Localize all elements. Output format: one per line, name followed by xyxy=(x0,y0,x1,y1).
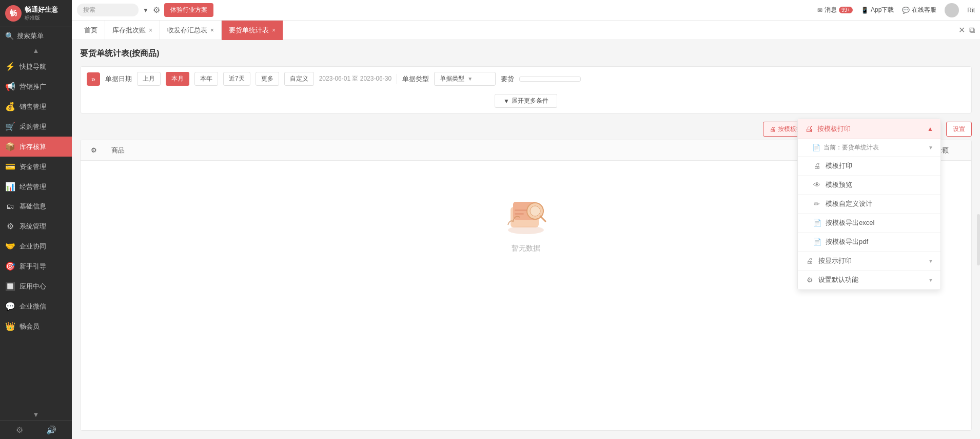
date-more-btn[interactable]: 更多 xyxy=(256,72,279,86)
app-download-btn[interactable]: 📱 App下载 xyxy=(861,6,894,14)
app-logo: 畅 畅通好生意 标准版 xyxy=(0,0,72,27)
dropdown-display-print[interactable]: 🖨 按显示打印 ▼ xyxy=(798,252,940,271)
filter-expand-btn[interactable]: » xyxy=(87,72,100,86)
app-download-icon: 📱 xyxy=(861,7,869,14)
page-content: 要货单统计表(按商品) » 单据日期 上月 本月 本年 近7天 更多 自定义 2… xyxy=(72,40,980,439)
type-filter-select[interactable]: 单据类型 ▼ xyxy=(434,72,496,86)
date-range: 2023-06-01 至 2023-06-30 xyxy=(319,74,391,83)
date-this-month-btn[interactable]: 本月 xyxy=(166,72,189,86)
sidebar-item-finance[interactable]: 💳 资金管理 xyxy=(0,157,72,177)
settings-btn[interactable]: 设置 xyxy=(946,122,972,137)
expand-more-btn[interactable]: ▼ 展开更多条件 xyxy=(495,94,557,108)
dropdown-header[interactable]: 🖨 按模板打印 ▲ xyxy=(798,119,940,139)
dropdown-template-print[interactable]: 🖨 模板打印 xyxy=(798,157,940,176)
current-template-left: 📄 当前：要货单统计表 xyxy=(812,143,879,152)
set-default-icon: ⚙ xyxy=(805,276,814,284)
maximize-window-btn[interactable]: ⧉ xyxy=(969,26,975,35)
goods-filter-input[interactable] xyxy=(519,77,581,82)
inventory-icon: 📦 xyxy=(5,142,15,151)
sidebar-item-operations[interactable]: 📊 经营管理 xyxy=(0,177,72,197)
expand-more-icon: ▼ xyxy=(503,98,509,105)
sidebar-search[interactable]: 🔍 搜索菜单 xyxy=(0,27,72,45)
dropdown-template-excel[interactable]: 📄 按模板导出excel xyxy=(798,214,940,233)
svg-rect-6 xyxy=(515,209,527,211)
main-area: 搜索 ▼ ⚙ 体验行业方案 ✉ 消息 99+ 📱 App下载 💬 在线客服 Ri… xyxy=(72,0,980,439)
online-service-btn[interactable]: 💬 在线客服 xyxy=(902,6,936,14)
template-design-icon: ✏ xyxy=(812,200,821,208)
sidebar-item-purchase[interactable]: 🛒 采购管理 xyxy=(0,117,72,137)
sidebar-settings-btn[interactable]: ⚙ xyxy=(16,425,23,435)
tab-receipt-summary[interactable]: 收发存汇总表 × xyxy=(160,21,222,40)
sidebar-item-base[interactable]: 🗂 基础信息 xyxy=(0,197,72,216)
finance-icon: 💳 xyxy=(5,162,15,171)
dropdown-template-preview[interactable]: 👁 模板预览 xyxy=(798,176,940,195)
svg-rect-7 xyxy=(515,213,524,215)
sidebar-item-sales[interactable]: 💰 销售管理 xyxy=(0,97,72,117)
messages-btn[interactable]: ✉ 消息 99+ xyxy=(817,6,853,14)
display-print-icon: 🖨 xyxy=(805,257,814,265)
template-pdf-icon: 📄 xyxy=(812,238,821,246)
operations-icon: 📊 xyxy=(5,182,15,192)
date-this-year-btn[interactable]: 本年 xyxy=(194,72,218,86)
empty-illustration xyxy=(500,192,552,238)
date-prev-month-btn[interactable]: 上月 xyxy=(137,72,161,86)
display-print-arrow: ▼ xyxy=(928,258,933,264)
sidebar-item-member[interactable]: 👑 畅会员 xyxy=(0,316,72,336)
dropdown-set-default[interactable]: ⚙ 设置默认功能 ▼ xyxy=(798,271,940,290)
sidebar-sound-btn[interactable]: 🔊 xyxy=(46,425,56,435)
date-custom-btn[interactable]: 自定义 xyxy=(284,72,314,86)
scroll-down-btn[interactable]: ▼ xyxy=(0,409,72,421)
sidebar-nav: ⚡ 快捷导航 📢 营销推广 💰 销售管理 🛒 采购管理 📦 库存核算 💳 资金管… xyxy=(0,56,72,409)
print-icon: 🖨 xyxy=(770,126,776,133)
current-template-item[interactable]: 📄 当前：要货单统计表 ▼ xyxy=(798,139,940,157)
type-filter-label: 单据类型 xyxy=(402,74,429,84)
template-preview-icon: 👁 xyxy=(812,181,821,189)
type-filter-arrow: ▼ xyxy=(467,76,473,82)
sidebar-item-inventory[interactable]: 📦 库存核算 xyxy=(0,137,72,157)
tabbar: 首页 库存批次账 × 收发存汇总表 × 要货单统计表 × ✕ ⧉ xyxy=(72,21,980,40)
tab-order-stats[interactable]: 要货单统计表 × xyxy=(222,21,283,40)
logo-icon: 畅 xyxy=(5,5,22,22)
current-template-arrow: ▼ xyxy=(928,145,933,150)
sidebar-item-guide[interactable]: 🎯 新手引导 xyxy=(0,256,72,276)
dropdown-template-pdf[interactable]: 📄 按模板导出pdf xyxy=(798,233,940,252)
tab-home[interactable]: 首页 xyxy=(77,21,105,40)
close-batch-account-btn[interactable]: × xyxy=(149,27,152,34)
messages-icon: ✉ xyxy=(817,7,822,14)
sidebar-item-marketing[interactable]: 📢 营销推广 xyxy=(0,77,72,97)
tab-batch-account[interactable]: 库存批次账 × xyxy=(105,21,160,40)
date-7days-btn[interactable]: 近7天 xyxy=(223,72,250,86)
sidebar-item-wechat[interactable]: 💬 企业微信 xyxy=(0,296,72,316)
template-print-icon: 🖨 xyxy=(812,162,821,170)
close-order-stats-btn[interactable]: × xyxy=(272,27,276,34)
template-excel-icon: 📄 xyxy=(812,219,821,227)
dropdown-chevron-icon: ▲ xyxy=(927,125,933,132)
expand-icon: » xyxy=(91,75,95,83)
sidebar-item-apps[interactable]: 🔲 应用中心 xyxy=(0,276,72,296)
scroll-up-btn[interactable]: ▲ xyxy=(0,45,72,56)
purchase-icon: 🛒 xyxy=(5,122,15,131)
trial-btn[interactable]: 体验行业方案 xyxy=(164,3,213,17)
topbar-search-box[interactable]: 搜索 xyxy=(77,4,139,16)
user-name: Rit xyxy=(967,7,975,14)
set-default-left: ⚙ 设置默认功能 xyxy=(805,275,858,284)
sidebar-item-system[interactable]: ⚙ 系统管理 xyxy=(0,216,72,236)
topbar-left: 搜索 ▼ ⚙ 体验行业方案 xyxy=(77,3,213,17)
sidebar: 畅 畅通好生意 标准版 🔍 搜索菜单 ▲ ⚡ 快捷导航 📢 营销推广 💰 销售管… xyxy=(0,0,72,439)
window-btns: ✕ ⧉ xyxy=(954,25,975,35)
sidebar-item-enterprise[interactable]: 🤝 企业协同 xyxy=(0,236,72,256)
user-avatar[interactable] xyxy=(945,3,959,17)
search-icon: 🔍 xyxy=(5,32,14,40)
dropdown-template-design[interactable]: ✏ 模板自定义设计 xyxy=(798,195,940,214)
topbar-gear-btn[interactable]: ⚙ xyxy=(153,5,160,15)
messages-badge: 99+ xyxy=(839,7,853,13)
scrollbar-right[interactable] xyxy=(977,214,980,265)
close-receipt-summary-btn[interactable]: × xyxy=(210,27,214,34)
sidebar-item-quick-nav[interactable]: ⚡ 快捷导航 xyxy=(0,56,72,77)
topbar-right: ✉ 消息 99+ 📱 App下载 💬 在线客服 Rit xyxy=(817,3,975,17)
close-window-btn[interactable]: ✕ xyxy=(958,25,965,35)
topbar-dropdown-btn[interactable]: ▼ xyxy=(143,7,149,14)
th-settings[interactable]: ⚙ xyxy=(86,146,106,154)
date-filter-label: 单据日期 xyxy=(105,74,132,84)
base-icon: 🗂 xyxy=(5,202,15,211)
